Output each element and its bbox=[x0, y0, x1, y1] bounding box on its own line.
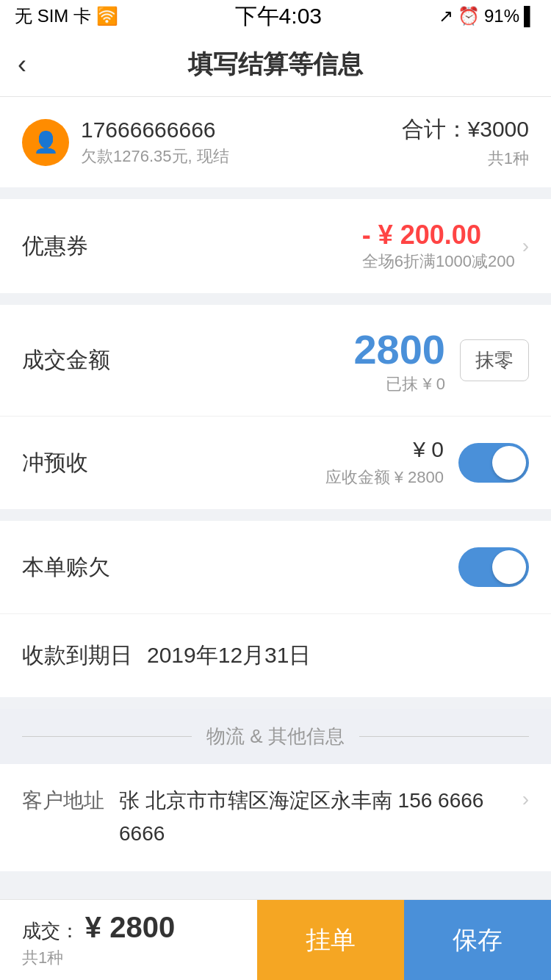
user-subtext: 欠款1276.35元, 现结 bbox=[81, 145, 229, 167]
deal-amount: 2800 bbox=[353, 325, 445, 373]
location-icon: ↗ bbox=[439, 6, 453, 26]
coupon-chevron-icon: › bbox=[522, 234, 529, 258]
bottom-deal-line: 成交： ¥ 2800 bbox=[22, 911, 235, 944]
status-time: 下午4:03 bbox=[235, 1, 322, 32]
separator-line-right bbox=[359, 736, 529, 737]
user-info-row: 👤 17666666666 欠款1276.35元, 现结 合计：¥3000 共1… bbox=[0, 97, 551, 187]
address-row[interactable]: 客户地址 张 北京市市辖区海淀区永丰南 156 6666 6666 › bbox=[0, 764, 551, 871]
status-bar: 无 SIM 卡 🛜 下午4:03 ↗ ⏰ 91% ▌ bbox=[0, 0, 551, 32]
total-count: 共1种 bbox=[402, 148, 529, 170]
pending-button[interactable]: 挂单 bbox=[257, 900, 404, 981]
precollect-label: 冲预收 bbox=[22, 448, 88, 478]
bottom-deal-label: 成交： bbox=[22, 920, 79, 942]
precollect-toggle[interactable] bbox=[458, 443, 529, 483]
bottom-summary: 成交： ¥ 2800 共1种 bbox=[0, 911, 257, 969]
user-right: 合计：¥3000 共1种 bbox=[402, 115, 529, 170]
page-title: 填写结算等信息 bbox=[188, 48, 363, 82]
address-label: 客户地址 bbox=[22, 785, 104, 818]
deal-row: 成交金额 2800 已抹 ¥ 0 抹零 bbox=[0, 305, 551, 416]
status-left: 无 SIM 卡 🛜 bbox=[15, 4, 118, 28]
deal-label: 成交金额 bbox=[22, 345, 110, 375]
battery-status: 91% bbox=[484, 6, 519, 26]
address-chevron-icon: › bbox=[522, 788, 529, 811]
address-value: 张 北京市市辖区海淀区永丰南 156 6666 6666 bbox=[119, 785, 515, 851]
precollect-sub: 应收金额 ¥ 2800 bbox=[325, 466, 444, 489]
bottom-bar: 成交： ¥ 2800 共1种 挂单 保存 bbox=[0, 899, 551, 980]
round-button[interactable]: 抹零 bbox=[460, 339, 529, 381]
precollect-row: 冲预收 ¥ 0 应收金额 ¥ 2800 bbox=[0, 416, 551, 509]
logistics-separator: 物流 & 其他信息 bbox=[0, 709, 551, 764]
coupon-right: - ¥ 200.00 全场6折满1000减200 › bbox=[362, 220, 529, 273]
main-content: 👤 17666666666 欠款1276.35元, 现结 合计：¥3000 共1… bbox=[0, 97, 551, 980]
save-button[interactable]: 保存 bbox=[404, 900, 551, 981]
avatar: 👤 bbox=[22, 119, 69, 166]
owes-label: 本单赊欠 bbox=[22, 552, 110, 583]
coupon-row[interactable]: 优惠券 - ¥ 200.00 全场6折满1000减200 › bbox=[0, 199, 551, 293]
deal-right: 2800 已抹 ¥ 0 抹零 bbox=[353, 325, 529, 395]
deal-section: 成交金额 2800 已抹 ¥ 0 抹零 冲预收 ¥ 0 应收金额 ¥ 2800 bbox=[0, 305, 551, 509]
coupon-desc: 全场6折满1000减200 bbox=[362, 251, 515, 273]
user-left: 👤 17666666666 欠款1276.35元, 现结 bbox=[22, 118, 229, 167]
owes-toggle[interactable] bbox=[458, 547, 529, 587]
separator-text: 物流 & 其他信息 bbox=[192, 724, 359, 749]
user-info-text: 17666666666 欠款1276.35元, 现结 bbox=[81, 118, 229, 167]
avatar-icon: 👤 bbox=[33, 130, 59, 154]
battery-icon: ▌ bbox=[524, 6, 536, 26]
owes-row: 本单赊欠 bbox=[0, 521, 551, 613]
duedate-label: 收款到期日 bbox=[22, 641, 132, 671]
owes-section: 本单赊欠 收款到期日 2019年12月31日 bbox=[0, 521, 551, 697]
sim-status: 无 SIM 卡 🛜 bbox=[15, 4, 118, 28]
total-amount: 合计：¥3000 bbox=[402, 115, 529, 145]
coupon-discount: - ¥ 200.00 bbox=[362, 220, 515, 251]
nav-bar: ‹ 填写结算等信息 bbox=[0, 32, 551, 97]
status-right: ↗ ⏰ 91% ▌ bbox=[439, 6, 536, 26]
coupon-label: 优惠券 bbox=[22, 231, 88, 262]
duedate-row: 收款到期日 2019年12月31日 bbox=[0, 613, 551, 697]
precollect-right-wrapper: ¥ 0 应收金额 ¥ 2800 bbox=[325, 437, 529, 489]
precollect-amount: ¥ 0 bbox=[413, 437, 444, 462]
bottom-deal-amount: ¥ 2800 bbox=[85, 911, 175, 943]
deal-sub: 已抹 ¥ 0 bbox=[353, 373, 445, 395]
duedate-value: 2019年12月31日 bbox=[147, 641, 311, 671]
separator-line-left bbox=[22, 736, 192, 737]
back-button[interactable]: ‹ bbox=[18, 49, 26, 80]
precollect-right: ¥ 0 应收金额 ¥ 2800 bbox=[325, 437, 444, 489]
clock-icon: ⏰ bbox=[458, 6, 480, 26]
bottom-count: 共1种 bbox=[22, 947, 235, 969]
user-phone: 17666666666 bbox=[81, 118, 229, 143]
